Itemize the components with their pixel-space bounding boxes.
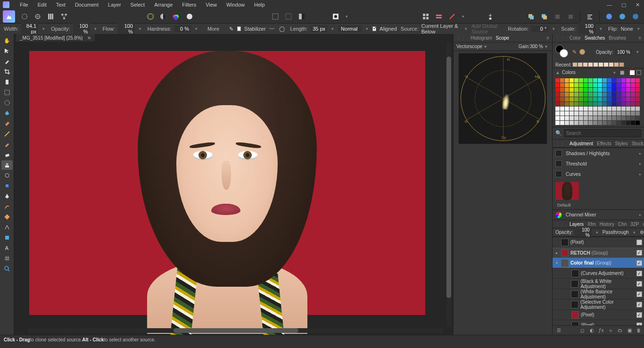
color-swatch[interactable] [584,83,588,87]
arrange-dropdown[interactable]: ▾ [460,14,467,19]
color-swatch[interactable] [621,78,626,83]
panel-menu-icon[interactable]: ≡ [638,35,641,41]
layer-row[interactable]: (Pixel)✓ [553,310,644,320]
color-swatch[interactable] [612,83,616,87]
sampled-color-swatch[interactable] [579,49,585,55]
recent-swatch[interactable] [578,62,583,67]
color-swatch[interactable] [631,97,635,101]
aligned-checkbox[interactable] [372,26,376,31]
none-swatch[interactable] [630,70,635,75]
color-swatch[interactable] [555,97,560,101]
menu-file[interactable]: File [15,0,33,9]
color-swatch[interactable] [574,78,578,83]
color-swatch[interactable] [636,92,640,97]
move-forward-icon[interactable] [538,11,550,22]
color-swatch[interactable] [570,107,574,111]
color-swatch[interactable] [570,116,574,120]
color-swatch[interactable] [574,107,578,111]
canvas-area[interactable]: _MG_3515 [Modified] (25.8%) ✕ [14,34,453,335]
auto-contrast-icon[interactable] [157,11,169,22]
swatch-opacity-input[interactable]: 100 % [615,49,632,55]
color-swatch[interactable] [570,97,574,101]
color-swatch[interactable] [621,116,626,120]
recent-swatch[interactable] [603,62,609,67]
color-swatch[interactable] [617,121,621,125]
color-swatch[interactable] [570,111,574,116]
horizontal-scrollbar[interactable] [28,328,444,333]
auto-levels-icon[interactable] [171,11,182,22]
color-swatch[interactable] [574,116,578,120]
color-swatch[interactable] [603,88,607,92]
color-swatch[interactable] [555,121,560,125]
color-swatch[interactable] [617,116,621,120]
color-swatch[interactable] [621,88,626,92]
hardness-input[interactable]: 0 % [174,25,191,32]
color-swatch[interactable] [560,107,564,111]
color-swatch[interactable] [588,92,593,97]
color-swatch[interactable] [584,78,588,83]
color-swatch[interactable] [612,97,616,101]
window-mode-icon[interactable]: ◯ [278,23,286,34]
color-swatch[interactable] [570,121,574,125]
snapping-icon[interactable] [485,11,496,22]
color-swatch[interactable] [621,92,626,97]
adjustment-layer-icon[interactable]: ◐ [588,327,595,334]
color-swatch[interactable] [570,102,574,106]
layer-blend-dropdown[interactable]: Passthrough [603,230,629,235]
color-swatch[interactable] [617,83,621,87]
color-swatch[interactable] [555,102,560,106]
color-swatch[interactable] [560,116,564,120]
color-swatch[interactable] [555,107,560,111]
color-swatch[interactable] [603,116,607,120]
color-swatch[interactable] [617,88,621,92]
color-swatch[interactable] [631,92,635,97]
color-swatch[interactable] [607,121,611,125]
group-layer-icon[interactable]: 🗀 [617,327,623,334]
flood-select-tool-icon[interactable] [1,108,13,118]
tone-map-persona-icon[interactable] [45,11,57,22]
arrange-grid-icon[interactable] [420,11,431,22]
layer-row[interactable]: (White Balance Adjustment)✓ [553,289,644,299]
color-swatch[interactable] [621,102,626,106]
color-swatch[interactable] [621,83,626,87]
recent-swatch[interactable] [593,62,598,67]
color-swatch[interactable] [574,83,578,87]
color-swatch[interactable] [593,116,597,120]
develop-persona-icon[interactable] [32,11,43,22]
layer-row[interactable]: ▾Color final (Group)✓ [553,258,644,268]
color-swatch[interactable] [598,92,602,97]
color-swatch[interactable] [588,111,593,116]
tab-styles[interactable]: Styles [615,141,627,146]
color-swatch[interactable] [636,88,640,92]
tab-chn[interactable]: Chn [618,222,627,227]
erase-tool-icon[interactable] [1,150,13,159]
crop-layer-icon[interactable]: ⟡ [607,327,614,334]
color-swatch[interactable] [560,111,564,116]
tab-color[interactable]: Color [570,35,581,41]
color-swatch[interactable] [588,78,593,83]
swatch-search-input[interactable] [564,129,641,137]
color-swatch[interactable] [579,97,583,101]
color-swatch[interactable] [593,88,597,92]
color-swatch[interactable] [621,121,626,125]
color-swatch[interactable] [584,107,588,111]
adjustment-item[interactable]: Shadows / Highlights▸ [553,148,644,158]
flow-input[interactable]: 100 % [118,23,135,35]
color-picker-tool-icon[interactable] [1,57,13,66]
selection-subtract-icon[interactable] [296,11,307,22]
color-swatch[interactable] [579,92,583,97]
adjustment-item[interactable]: Curves▸ [553,169,644,179]
palette-dropdown[interactable]: Colors [562,70,576,75]
color-swatch[interactable] [603,121,607,125]
color-swatch[interactable] [631,88,635,92]
move-tool-icon[interactable] [1,46,13,56]
color-swatch[interactable] [631,121,635,125]
color-swatch[interactable] [598,107,602,111]
color-swatch[interactable] [593,97,597,101]
help-icon[interactable] [630,11,641,22]
color-swatch[interactable] [612,121,616,125]
color-swatch[interactable] [565,88,569,92]
layer-visibility-checkbox[interactable]: ✓ [636,312,642,318]
color-swatch[interactable] [598,88,602,92]
color-swatch[interactable] [593,111,597,116]
